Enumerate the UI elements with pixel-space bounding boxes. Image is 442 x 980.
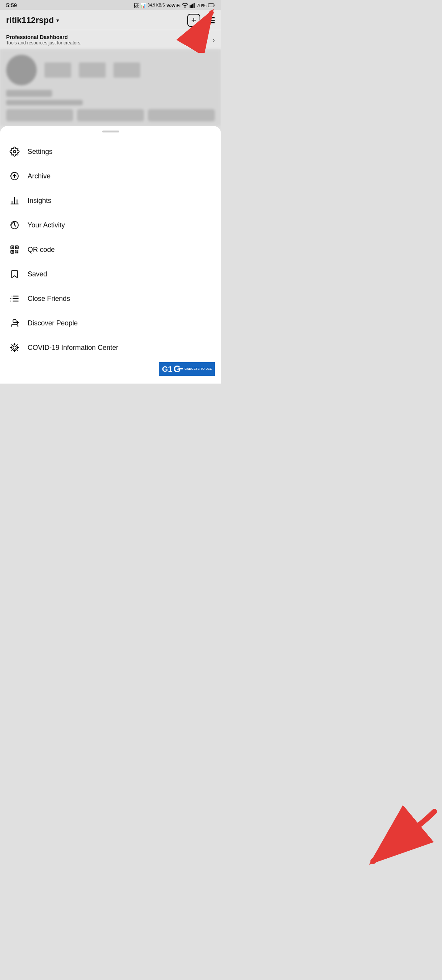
menu-item-insights[interactable]: Insights [0,188,221,213]
svg-point-34 [13,346,16,350]
chevron-down-icon: ▾ [56,17,59,23]
svg-rect-0 [190,5,191,8]
discover-people-label: Discover People [28,319,78,327]
extra-btn [148,109,215,121]
svg-rect-18 [16,247,17,248]
edit-profile-btn [6,109,73,121]
settings-icon [9,146,20,157]
status-time: 5:59 [6,2,17,8]
your-activity-label: Your Activity [28,221,65,229]
menu-item-qr-code[interactable]: QR code [0,237,221,262]
covid-label: COVID-19 Information Center [28,344,118,352]
menu-item-discover-people[interactable]: Discover People [0,311,221,335]
saved-icon [9,269,20,279]
discover-icon [9,318,20,328]
network-speed: 34.9 KB/S [148,3,165,8]
profile-name-blur [6,90,52,97]
svg-point-35 [11,345,17,350]
following-stat [113,62,140,78]
svg-rect-2 [192,4,193,8]
menu-item-close-friends[interactable]: Close Friends [0,286,221,311]
status-bar: 5:59 🖼 📊 34.9 KB/S VoWiFi 70% [0,0,221,10]
svg-rect-17 [11,247,13,248]
settings-label: Settings [28,148,52,156]
pro-dashboard-title: Professional Dashboard [6,34,82,40]
menu-item-covid[interactable]: COVID-19 Information Center [0,335,221,360]
covid-icon [9,342,20,353]
plus-icon: + [192,16,196,24]
menu-item-archive[interactable]: Archive [0,164,221,188]
svg-marker-30 [10,301,11,301]
media-icon: 🖼 [134,3,139,8]
vowifi-icon: VoWiFi [167,3,180,8]
svg-rect-19 [11,251,13,252]
svg-point-6 [13,150,16,153]
close-friends-icon [9,293,20,304]
pro-dashboard-chevron: › [213,36,215,44]
sheet-handle [102,131,119,132]
qr-code-label: QR code [28,246,55,254]
activity-icon [9,220,20,230]
battery-text: 70% [196,3,206,8]
archive-label: Archive [28,172,51,180]
profile-bio-blur [6,100,83,105]
menu-item-settings[interactable]: Settings [0,139,221,164]
avatar [6,55,37,85]
wifi-icon [182,3,188,8]
svg-rect-21 [15,250,16,252]
svg-point-31 [13,319,16,323]
close-friends-label: Close Friends [28,295,70,303]
menu-item-saved[interactable]: Saved [0,262,221,286]
profile-header: ritik112rspd ▾ + [0,10,221,30]
profile-area [0,49,221,126]
pro-dashboard-subtitle: Tools and resources just for creators. [6,40,82,46]
signal-icon [190,3,195,8]
share-profile-btn [77,109,144,121]
add-post-button[interactable]: + [187,14,200,27]
insights-label: Insights [28,197,51,205]
menu-item-your-activity[interactable]: Your Activity [0,213,221,237]
insights-icon [9,195,20,206]
battery-icon [208,3,215,8]
username: ritik112rspd [6,15,54,25]
svg-rect-4 [208,4,214,7]
watermark-g1: G1 [162,365,172,373]
watermark-site: GADGETS TO USE [185,367,212,371]
archive-icon [9,171,20,181]
svg-rect-38 [178,368,183,369]
bottom-sheet: Settings Archive Insights [0,126,221,384]
svg-point-28 [11,296,11,296]
svg-rect-24 [17,252,18,253]
watermark-logo: G [173,364,184,374]
svg-rect-3 [193,3,195,8]
svg-marker-29 [10,298,11,299]
pro-dashboard-banner[interactable]: Professional Dashboard Tools and resourc… [0,30,221,49]
header-icons: + [187,14,215,27]
svg-rect-1 [191,5,192,8]
svg-rect-23 [15,252,16,253]
svg-rect-22 [17,250,18,252]
screenshot-icon: 📊 [140,3,146,8]
hamburger-menu-button[interactable] [206,17,215,23]
pro-dashboard-text: Professional Dashboard Tools and resourc… [6,34,82,46]
followers-stat [79,62,106,78]
status-icons: 🖼 📊 34.9 KB/S VoWiFi 70% [134,3,215,8]
qr-icon [9,244,20,255]
profile-stats-row [6,55,215,85]
username-row[interactable]: ritik112rspd ▾ [6,15,59,25]
posts-stat [44,62,71,78]
profile-action-row [6,109,215,121]
saved-label: Saved [28,270,47,278]
